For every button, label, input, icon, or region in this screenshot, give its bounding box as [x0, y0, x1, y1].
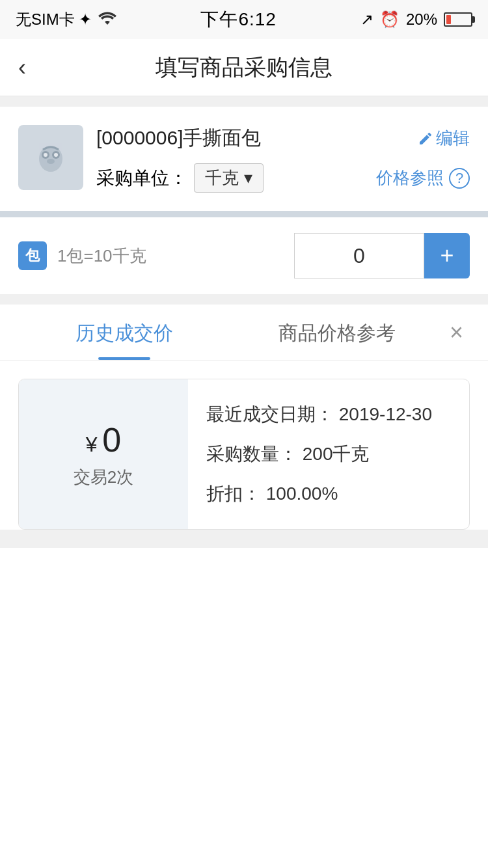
unit-selector[interactable]: 千克 ▾: [194, 163, 264, 193]
edit-button[interactable]: 编辑: [418, 127, 470, 150]
status-bar: 无SIM卡 ✦ 下午6:12 ↗ ⏰ 20%: [0, 0, 488, 39]
discount-label: 折扣：: [206, 483, 261, 504]
divider-bar: [0, 211, 488, 217]
discount-value: 100.00%: [266, 483, 338, 504]
status-bar-right: ↗ ⏰ 20%: [360, 10, 472, 29]
date-value: 2019-12-30: [339, 404, 432, 424]
history-trades: 交易2次: [74, 466, 133, 489]
tabs-section: 历史成交价 商品价格参考 × ¥ 0 交易2次 最近成交日期： 2019-12-…: [0, 305, 488, 530]
quantity-row: 采购数量： 200千克: [206, 440, 451, 469]
plus-icon: +: [440, 242, 454, 269]
history-card-left: ¥ 0 交易2次: [19, 379, 188, 529]
date-row: 最近成交日期： 2019-12-30: [206, 400, 451, 429]
price-ref-label: 价格参照: [376, 167, 444, 189]
history-card-right: 最近成交日期： 2019-12-30 采购数量： 200千克 折扣： 100.0…: [188, 379, 469, 529]
quantity-input[interactable]: [294, 233, 424, 278]
tabs-header: 历史成交价 商品价格参考 ×: [0, 305, 488, 360]
product-thumbnail: [18, 125, 83, 190]
tab-price-ref[interactable]: 商品价格参考: [230, 305, 442, 360]
date-label: 最近成交日期：: [206, 404, 334, 424]
svg-point-4: [54, 153, 58, 157]
history-price-display: ¥ 0: [86, 420, 122, 459]
quantity-section: 包 1包=10千克 +: [0, 217, 488, 294]
quantity-value: 200千克: [303, 444, 370, 464]
price-ref-button[interactable]: 价格参照 ?: [376, 167, 470, 189]
page-header: ‹ 填写商品采购信息: [0, 39, 488, 96]
battery-icon: [444, 12, 472, 27]
product-section: [0000006]手撕面包 编辑 采购单位： 千克 ▾ 价格: [0, 107, 488, 211]
history-card: ¥ 0 交易2次 最近成交日期： 2019-12-30 采购数量： 200千克 …: [18, 379, 470, 530]
dropdown-arrow-icon: ▾: [244, 168, 252, 188]
wifi-icon: [98, 10, 116, 29]
svg-point-5: [47, 159, 55, 164]
alarm-icon: ⏰: [380, 10, 400, 29]
product-name: [0000006]手撕面包: [96, 125, 261, 152]
tab-close-button[interactable]: ×: [443, 319, 470, 346]
carrier-text: 无SIM卡 ✦: [16, 9, 92, 30]
location-icon: ↗: [360, 10, 373, 29]
product-name-row: [0000006]手撕面包 编辑: [96, 125, 470, 152]
unit-box-label: 包: [25, 246, 40, 265]
edit-label: 编辑: [436, 127, 470, 150]
quantity-label: 采购数量：: [206, 444, 297, 464]
quantity-input-row: +: [294, 233, 470, 278]
quantity-unit-info: 包 1包=10千克: [18, 241, 146, 270]
currency-symbol: ¥: [86, 433, 98, 456]
quantity-plus-button[interactable]: +: [424, 233, 470, 278]
product-row: [0000006]手撕面包 编辑 采购单位： 千克 ▾ 价格: [18, 125, 470, 193]
unit-conversion: 1包=10千克: [57, 245, 146, 267]
unit-box-icon: 包: [18, 241, 47, 270]
tab-history-label: 历史成交价: [75, 322, 173, 344]
history-price-value: 0: [102, 421, 121, 459]
purchase-unit-label: 采购单位：: [96, 166, 187, 191]
bottom-space: [0, 548, 488, 868]
status-time: 下午6:12: [200, 7, 277, 32]
page-title: 填写商品采购信息: [156, 53, 332, 83]
purchase-unit-row: 采购单位： 千克 ▾ 价格参照 ?: [96, 163, 470, 193]
tab-history-price[interactable]: 历史成交价: [18, 305, 230, 360]
question-icon: ?: [449, 168, 470, 189]
status-bar-left: 无SIM卡 ✦: [16, 9, 116, 30]
battery-percent: 20%: [406, 10, 437, 29]
svg-point-3: [44, 153, 47, 157]
back-button[interactable]: ‹: [18, 54, 26, 81]
product-info: [0000006]手撕面包 编辑 采购单位： 千克 ▾ 价格: [96, 125, 470, 193]
tab-price-ref-label: 商品价格参考: [278, 322, 396, 344]
discount-row: 折扣： 100.00%: [206, 480, 451, 509]
unit-value: 千克: [205, 167, 239, 189]
